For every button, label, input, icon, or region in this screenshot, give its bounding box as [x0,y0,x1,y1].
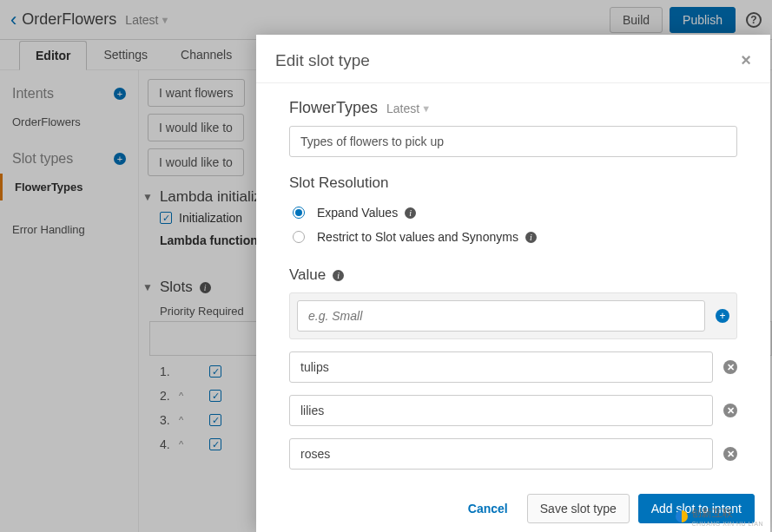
value-row: roses ✕ [289,438,737,470]
expand-values-label: Expand Values [317,206,398,220]
restrict-label: Restrict to Slot values and Synonyms [317,230,518,244]
value-row: lilies ✕ [289,395,737,426]
radio-checked-icon[interactable] [293,207,305,219]
chevron-down-icon[interactable]: ▼ [421,103,431,114]
save-slot-type-button[interactable]: Save slot type [527,494,630,523]
value-item[interactable]: tulips [289,351,713,383]
restrict-radio-row[interactable]: Restrict to Slot values and Synonyms i [289,225,737,249]
watermark-cn: 创新互联 [691,506,763,521]
delete-value-icon[interactable]: ✕ [723,447,737,461]
info-icon[interactable]: i [333,270,344,281]
info-icon[interactable]: i [525,232,537,243]
value-head: Value i [289,266,737,284]
value-row: tulips ✕ [289,351,737,383]
value-input[interactable] [297,300,705,332]
watermark-py: CHUANG XIN HU LIAN [691,521,763,527]
radio-unchecked-icon[interactable] [293,231,305,243]
slot-version-label[interactable]: Latest [386,102,419,115]
dialog-header: Edit slot type × [256,35,770,83]
delete-value-icon[interactable]: ✕ [723,404,737,417]
slot-type-name: FlowerTypes [289,99,378,117]
watermark-logo-icon [676,510,688,522]
info-icon[interactable]: i [405,207,416,219]
dialog-body: FlowerTypes Latest ▼ Slot Resolution Exp… [256,83,770,485]
slot-resolution-head: Slot Resolution [289,174,737,192]
expand-values-radio-row[interactable]: Expand Values i [289,200,737,225]
slot-description-input[interactable] [289,126,737,157]
value-input-container: + [289,292,737,339]
value-label: Value [289,266,326,284]
cancel-button[interactable]: Cancel [458,495,518,522]
dialog-title: Edit slot type [275,51,370,70]
watermark: 创新互联 CHUANG XIN HU LIAN [676,506,763,527]
delete-value-icon[interactable]: ✕ [723,360,737,374]
edit-slot-type-dialog: Edit slot type × FlowerTypes Latest ▼ Sl… [256,35,770,532]
value-item[interactable]: lilies [289,395,713,426]
close-icon[interactable]: × [741,50,751,70]
value-item[interactable]: roses [289,438,713,470]
add-value-icon[interactable]: + [716,309,729,323]
